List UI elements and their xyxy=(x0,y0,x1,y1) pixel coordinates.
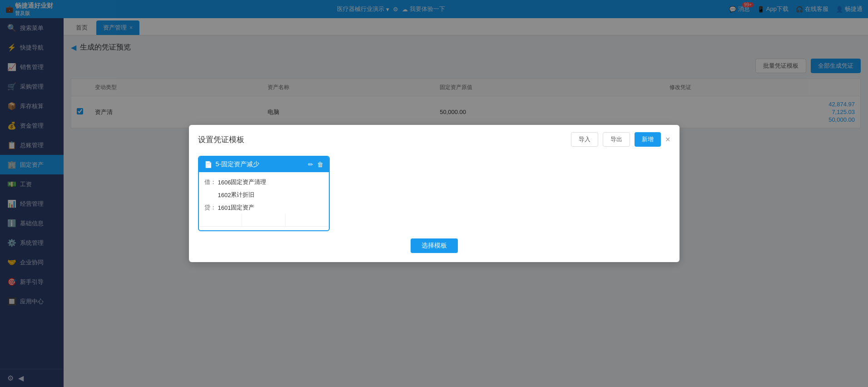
template-empty-row xyxy=(199,214,329,227)
empty-cell-3 xyxy=(286,214,329,226)
template-doc-icon: 📄 xyxy=(204,161,212,168)
modal-body: 📄 5-固定资产减少 ✏ 🗑 借： 1606 固定资产清理 xyxy=(189,147,680,262)
empty-cell-2 xyxy=(242,214,286,226)
template-header-right: ✏ 🗑 xyxy=(308,161,323,168)
template-entry-2: 1602 累计折旧 xyxy=(199,189,329,201)
modal-overlay: 设置凭证模板 导入 导出 新增 × 📄 5-固定资产减少 xyxy=(0,0,868,387)
template-delete-icon[interactable]: 🗑 xyxy=(317,161,323,168)
select-template-btn[interactable]: 选择模板 xyxy=(411,238,458,253)
entry-3-account: 固定资产 xyxy=(231,203,254,212)
template-entry-3: 贷： 1601 固定资产 xyxy=(199,201,329,214)
template-edit-icon[interactable]: ✏ xyxy=(308,161,313,168)
entry-3-code: 1601 xyxy=(218,204,231,211)
template-header-left: 📄 5-固定资产减少 xyxy=(204,160,259,169)
template-card: 📄 5-固定资产减少 ✏ 🗑 借： 1606 固定资产清理 xyxy=(198,156,330,231)
import-btn[interactable]: 导入 xyxy=(571,132,598,147)
template-card-header: 📄 5-固定资产减少 ✏ 🗑 xyxy=(199,157,329,172)
modal-dialog: 设置凭证模板 导入 导出 新增 × 📄 5-固定资产减少 xyxy=(189,125,680,262)
template-entry-1: 借： 1606 固定资产清理 xyxy=(199,176,329,189)
entry-2-account: 累计折旧 xyxy=(231,191,254,199)
export-btn[interactable]: 导出 xyxy=(603,132,630,147)
modal-title: 设置凭证模板 xyxy=(198,134,244,145)
empty-cell-1 xyxy=(199,214,243,226)
modal-close-btn[interactable]: × xyxy=(665,135,670,144)
modal-header-actions: 导入 导出 新增 xyxy=(571,132,661,147)
entry-3-direction: 贷： xyxy=(204,203,218,212)
new-btn[interactable]: 新增 xyxy=(635,132,661,147)
modal-header: 设置凭证模板 导入 导出 新增 × xyxy=(189,125,680,147)
entry-1-direction: 借： xyxy=(204,178,218,186)
template-body: 借： 1606 固定资产清理 1602 累计折旧 贷： 1601 固定资产 xyxy=(199,172,329,230)
template-full-label: 5-固定资产减少 xyxy=(216,160,259,169)
entry-2-code: 1602 xyxy=(218,192,231,198)
entry-1-code: 1606 xyxy=(218,179,231,186)
entry-1-account: 固定资产清理 xyxy=(231,178,266,186)
